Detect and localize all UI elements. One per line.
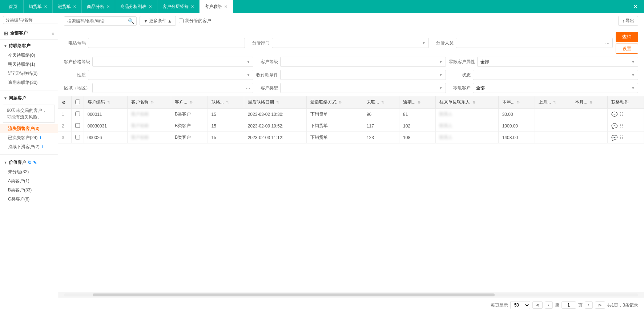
chat-icon[interactable]: 💬 xyxy=(611,123,617,129)
tab-close-analysis-list[interactable]: ✕ xyxy=(149,4,152,9)
prev-page-button[interactable]: ‹ xyxy=(545,301,553,309)
col-last-date[interactable]: 最后联络日期 ⇅ xyxy=(244,96,306,109)
customer-tier-select[interactable]: ▼ xyxy=(280,57,446,67)
sidebar-section-title-problem[interactable]: ▼ 问题客户 xyxy=(0,93,58,103)
sidebar-section-title-value[interactable]: ▼ 价值客户 ↻ ✎ xyxy=(0,158,58,167)
sidebar-item-overdue[interactable]: 逾期未联络(30) xyxy=(0,78,58,87)
toolbar-search-button[interactable]: 🔍 xyxy=(126,17,136,25)
cell-last-method[interactable]: 下销货单 xyxy=(306,120,363,132)
next-page-button[interactable]: › xyxy=(585,301,593,309)
col-this-year[interactable]: 本年... ⇅ xyxy=(498,96,535,109)
declining-info-icon[interactable]: ℹ xyxy=(41,145,43,149)
select-all-checkbox[interactable] xyxy=(75,100,80,104)
my-customers-checkbox-label[interactable]: 我分管的客户 xyxy=(179,18,211,24)
region-select[interactable]: ··· xyxy=(92,83,253,93)
tab-close-customer-contact[interactable]: ✕ xyxy=(224,4,228,9)
more-conditions-button[interactable]: ▼ 更多条件 ▲ xyxy=(140,16,176,26)
horizontal-scrollbar[interactable] xyxy=(64,293,638,296)
col-overdue[interactable]: 逾期... ⇅ xyxy=(399,96,436,109)
col-checkbox[interactable] xyxy=(71,96,84,109)
my-customers-checkbox[interactable] xyxy=(179,19,184,23)
col-unit-contact[interactable]: 往来单位联系人 ⇅ xyxy=(436,96,498,109)
col-type[interactable]: 客户... ⇅ xyxy=(171,96,208,109)
cell-checkbox[interactable] xyxy=(71,132,84,143)
status-select[interactable]: ▼ xyxy=(473,70,638,80)
region-dots-icon[interactable]: ··· xyxy=(246,85,250,91)
refresh-icon[interactable]: ↻ xyxy=(28,160,32,165)
payment-select[interactable]: ▼ xyxy=(280,70,446,80)
churned-info-icon[interactable]: ℹ xyxy=(40,135,41,140)
tab-sales[interactable]: 销货单 ✕ xyxy=(24,0,53,13)
edit-icon[interactable]: ✎ xyxy=(33,160,37,165)
col-code[interactable]: 客户编码 ⇅ xyxy=(84,96,127,109)
window-close-button[interactable]: ✕ xyxy=(630,3,641,11)
per-page-select[interactable]: 50 100 200 xyxy=(510,301,530,309)
tab-customer-contact[interactable]: 客户联络 ✕ xyxy=(200,0,233,13)
sort-icon-unit-contact: ⇅ xyxy=(472,100,475,104)
row-checkbox[interactable] xyxy=(75,135,80,139)
dept-select[interactable]: ▼ xyxy=(272,38,429,48)
tab-close-purchase[interactable]: ✕ xyxy=(73,4,76,9)
toolbar-search-input[interactable] xyxy=(64,17,126,25)
tab-analysis-list[interactable]: 商品分析列表 ✕ xyxy=(115,0,157,13)
col-name[interactable]: 客户名称 ⇅ xyxy=(127,96,171,109)
sidebar-all-customers-header[interactable]: ⊞ 全部客户 « xyxy=(0,27,58,40)
sidebar-item-class-b[interactable]: B类客户(33) xyxy=(0,186,58,195)
sidebar-item-7days[interactable]: 近7天待联络(0) xyxy=(0,69,58,78)
retail-attr-select[interactable]: 全部 ▼ xyxy=(477,57,638,67)
cell-last-method[interactable]: 下销货单 xyxy=(306,109,363,120)
sidebar-item-churn-warning[interactable]: 流失预警客户(3) xyxy=(0,124,58,133)
person-dots-icon[interactable]: ··· xyxy=(605,40,609,46)
row-checkbox[interactable] xyxy=(75,123,80,128)
retail-customer-select[interactable]: 全部 ▼ xyxy=(473,83,638,93)
sidebar-item-ungroup[interactable]: 未分组(32) xyxy=(0,167,58,177)
tab-purchase[interactable]: 进货单 ✕ xyxy=(53,0,82,13)
more-actions-icon[interactable]: ⠿ xyxy=(620,112,623,117)
sidebar-item-tomorrow[interactable]: 明天待联络(1) xyxy=(0,60,58,69)
last-method-link[interactable]: 下销货单 xyxy=(310,123,328,128)
sidebar-item-declining[interactable]: 持续下滑客户(2) ℹ xyxy=(0,142,58,151)
tab-close-sales[interactable]: ✕ xyxy=(44,4,47,9)
more-actions-icon[interactable]: ⠿ xyxy=(620,123,623,129)
chat-icon[interactable]: 💬 xyxy=(611,112,617,117)
customer-type-select[interactable]: ▼ xyxy=(280,83,446,93)
gender-select[interactable]: ▼ xyxy=(88,70,253,80)
phone-input[interactable] xyxy=(88,38,245,48)
settings-button[interactable]: 设置 xyxy=(616,44,638,54)
more-actions-icon[interactable]: ⠿ xyxy=(620,135,623,141)
scrollbar-thumb[interactable] xyxy=(93,293,495,296)
cell-last-method[interactable]: 下销货单 xyxy=(306,132,363,143)
last-page-button[interactable]: ⊳ xyxy=(595,301,605,309)
col-last-month[interactable]: 上月... ⇅ xyxy=(535,96,571,109)
col-last-method[interactable]: 最后联络方式 ⇅ xyxy=(306,96,363,109)
col-contact[interactable]: 联络... ⇅ xyxy=(208,96,244,109)
tab-close-customer-tier[interactable]: ✕ xyxy=(191,4,194,9)
tooltip-churn-risk: 90天未交易的客户，可能有流失风险。 xyxy=(3,105,55,123)
sidebar-item-class-c[interactable]: C类客户(6) xyxy=(0,195,58,204)
tab-customer-tier[interactable]: 客户分层经营 ✕ xyxy=(157,0,200,13)
query-button[interactable]: 查询 xyxy=(616,32,638,42)
tab-close-analysis[interactable]: ✕ xyxy=(106,4,110,9)
col-settings[interactable]: ⚙ xyxy=(58,96,71,109)
sidebar-section-title-pending[interactable]: ▼ 待联络客户 xyxy=(0,41,58,51)
col-uncontacted[interactable]: 未联... ⇅ xyxy=(363,96,399,109)
row-checkbox[interactable] xyxy=(75,112,80,116)
person-select[interactable]: ··· xyxy=(456,38,613,48)
last-method-link[interactable]: 下销货单 xyxy=(310,135,328,140)
sidebar-collapse-icon[interactable]: « xyxy=(52,31,54,36)
export-button[interactable]: ↑ 导出 xyxy=(618,16,638,26)
sidebar-search-input[interactable] xyxy=(3,16,58,24)
last-method-link[interactable]: 下销货单 xyxy=(310,112,328,117)
chat-icon[interactable]: 💬 xyxy=(611,135,617,141)
tab-analysis[interactable]: 商品分析 ✕ xyxy=(82,0,115,13)
sidebar-item-churned[interactable]: 已流失客户(24) ℹ xyxy=(0,133,58,142)
page-number-input[interactable] xyxy=(562,301,576,309)
col-this-month[interactable]: 本月... ⇅ xyxy=(571,96,608,109)
first-page-button[interactable]: ⊲ xyxy=(532,301,543,309)
sidebar-item-class-a[interactable]: A类客户(1) xyxy=(0,177,58,186)
cell-checkbox[interactable] xyxy=(71,120,84,132)
tab-home[interactable]: 首页 xyxy=(3,0,24,13)
cell-checkbox[interactable] xyxy=(71,109,84,120)
sidebar-item-today[interactable]: 今天待联络(0) xyxy=(0,51,58,60)
price-tier-select[interactable]: ▼ xyxy=(92,57,253,67)
